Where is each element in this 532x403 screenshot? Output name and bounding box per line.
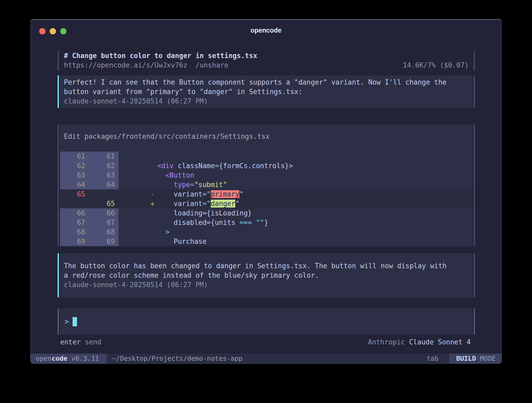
input-right-rule: [474, 308, 475, 335]
app-version: v0.3.11: [71, 355, 99, 362]
app-name-code: code: [52, 355, 67, 362]
prompt-symbol: >: [65, 317, 69, 326]
send-hint: enter send: [60, 337, 101, 347]
enter-key-hint: enter: [60, 338, 81, 346]
window-title: opencode: [30, 27, 502, 34]
desktop-background: opencode # Change button color to danger…: [0, 0, 532, 403]
assistant-message: Perfect! I can see that the Button compo…: [60, 75, 473, 108]
message-model-meta: claude-sonnet-4-20250514 (06:27 PM): [60, 280, 473, 290]
edit-tool-card: Edit packages/frontend/src/containers/Se…: [60, 125, 473, 246]
diff-left-rule: [58, 125, 59, 246]
token-usage-stats: 14.6K/7% ($0.07): [403, 60, 469, 70]
tab-key-hint: tab: [427, 354, 438, 364]
header-left-rule: [58, 51, 59, 70]
diff-row: 6161: [60, 152, 473, 161]
status-bar: opencode v0.3.11 ~/Desktop/Projects/demo…: [30, 354, 502, 364]
opencode-window: opencode # Change button color to danger…: [30, 19, 502, 364]
mode-chip: BUILD MODE: [449, 354, 502, 364]
mode-word-label: MODE: [480, 355, 496, 362]
assistant-message: The button color has been changed to dan…: [60, 253, 473, 297]
diff-row: 65- variant="primary": [60, 189, 473, 199]
edit-file-path: Edit packages/frontend/src/containers/Se…: [64, 132, 270, 141]
diff-row: 6767 disabled={units === ""}: [60, 218, 473, 227]
message-text-line: Perfect! I can see that the Button compo…: [60, 78, 473, 87]
app-name-open: open: [36, 355, 52, 362]
diff-row: 6363 <Button: [60, 170, 473, 180]
message-right-rule: [474, 253, 475, 297]
prompt-input[interactable]: >: [60, 308, 473, 335]
diff-row: 6262<div className={formCs.controls}>: [60, 161, 473, 170]
message-accent-bar: [58, 75, 59, 108]
mode-build-label: BUILD: [456, 355, 476, 362]
session-share-line: https://opencode.ai/s/UwJxv76z/unshare: [64, 60, 228, 70]
session-header: # Change button color to danger in setti…: [60, 51, 473, 70]
diff-row: 6868 >: [60, 227, 473, 237]
diff-right-rule: [474, 125, 475, 246]
unshare-command[interactable]: /unshare: [196, 61, 228, 69]
model-name: Claude Sonnet 4: [409, 338, 471, 346]
message-right-rule: [474, 75, 475, 108]
text-cursor: [73, 317, 77, 326]
app-version-chip: opencode v0.3.11: [30, 354, 107, 364]
diff-row: 6464 type="submit": [60, 180, 473, 189]
diff-table: 61616262<div className={formCs.controls}…: [60, 152, 473, 246]
diff-row: 6969 Purchase: [60, 237, 473, 246]
message-text-line: button variant from "primary" to "danger…: [60, 87, 473, 96]
message-accent-bar: [58, 253, 59, 297]
send-label: send: [85, 338, 101, 346]
message-text-line: a red/rose color scheme instead of the b…: [60, 271, 473, 280]
diff-row: 65+ variant="danger": [60, 199, 473, 208]
header-right-rule: [474, 51, 475, 70]
message-model-meta: claude-sonnet-4-20250514 (06:27 PM): [60, 96, 473, 106]
diff-row: 6666 loading={isLoading}: [60, 208, 473, 218]
message-text-line: The button color has been changed to dan…: [60, 261, 473, 271]
hints-row: enter send Anthropic Claude Sonnet 4: [60, 337, 473, 347]
provider-name: Anthropic: [368, 338, 405, 346]
share-url: https://opencode.ai/s/UwJxv76z: [64, 61, 187, 69]
session-title: # Change button color to danger in setti…: [64, 51, 257, 60]
model-indicator: Anthropic Claude Sonnet 4: [368, 337, 471, 347]
input-left-rule: [58, 308, 59, 335]
working-directory: ~/Desktop/Projects/demo-notes-app: [112, 354, 243, 364]
